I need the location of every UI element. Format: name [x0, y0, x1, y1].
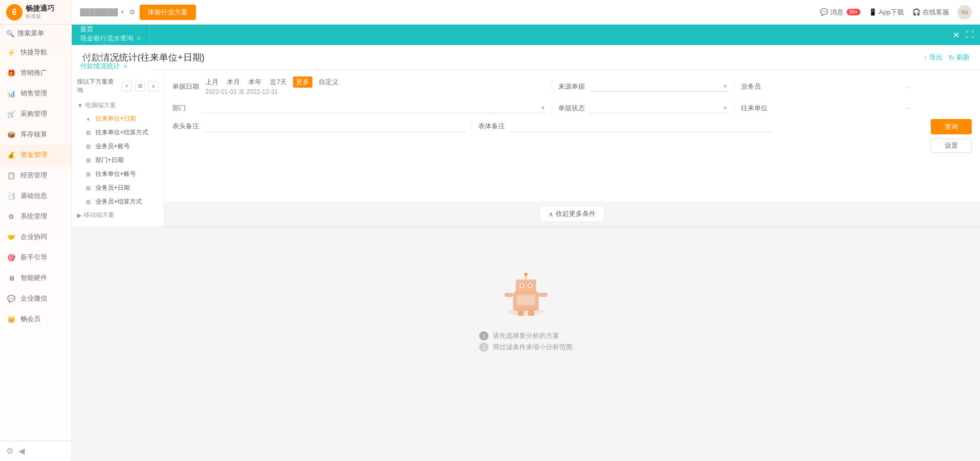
sidebar-item-member[interactable]: 👑 畅会员 [0, 309, 71, 329]
sidebar-icon-ops: 📋 [6, 170, 16, 181]
sidebar-item-marketing[interactable]: 🎁 营销推广 [0, 63, 71, 83]
filter-fields: 单据日期 上月 本月 本年 近7天 更多 自定义 [164, 70, 918, 202]
empty-steps: 1 请先选择要分析的方案 2 用过滤条件来缩小分析范围 [479, 329, 573, 354]
main-content: ████████ ▼ ⚙ 体验行业方案 💬 消息 99+ 📱 App下载 🎧 在… [72, 0, 980, 461]
step-1-text: 请先选择要分析的方案 [493, 331, 559, 340]
collapse-scheme-btn[interactable]: « [148, 81, 159, 91]
doc-status-select[interactable]: ▼ [589, 103, 728, 113]
query-btn[interactable]: 查询 [931, 119, 972, 134]
filter-row-2: 部门 ▼ 单据状态 ▼ [172, 103, 910, 114]
source-doc-select[interactable]: ▼ [589, 82, 728, 92]
tab-close-collection-stats[interactable]: ✕ [123, 45, 128, 51]
date-this-year[interactable]: 本年 [246, 76, 264, 88]
scheme-item-staff-date[interactable]: ▦ 业务员+日期 [72, 181, 164, 195]
collapse-conditions-btn[interactable]: ∧ 收起更多条件 [540, 206, 604, 222]
date-custom[interactable]: 自定义 [317, 76, 341, 88]
sidebar-icon-wechat: 💬 [6, 293, 16, 304]
body-note-input[interactable] [509, 120, 771, 132]
sidebar-item-collab[interactable]: 🤝 企业协同 [0, 227, 71, 247]
page-header: 付款情况统计(往来单位+日期) ↑ 导出 ↻ 刷新 [72, 45, 980, 70]
sidebar-item-quick-nav[interactable]: ⚡ 快捷导航 [0, 42, 71, 63]
mobile-section-label: 移动端方案 [84, 211, 114, 219]
scheme-item-staff-account[interactable]: ▦ 业务员+账号 [72, 139, 164, 153]
scheme-settings-btn[interactable]: ⚙ [135, 81, 145, 91]
sidebar-item-purchase[interactable]: 🛒 采购管理 [0, 104, 71, 124]
sidebar-label-fund: 资金管理 [21, 150, 47, 159]
sidebar-item-hardware[interactable]: 🖥 智能硬件 [0, 268, 71, 288]
scheme-item-dept-date[interactable]: ▦ 部门+日期 [72, 153, 164, 167]
sidebar-icon-sales: 📊 [6, 88, 16, 98]
tab-bar-actions: ✕ ⛶ [947, 25, 980, 45]
salesman-more-icon[interactable]: ··· [905, 83, 910, 90]
tabs-list: 首页现金银行流水查询✕收款情况统计✕新建方案✕付款情况统计✕ [72, 25, 150, 45]
trial-btn[interactable]: 体验行业方案 [140, 5, 196, 20]
date-last-month[interactable]: 上月 [203, 76, 221, 88]
settings-btn[interactable]: 设置 [931, 138, 972, 153]
header-note-input[interactable] [203, 120, 465, 132]
partner-select[interactable]: ··· [772, 103, 910, 114]
dept-col: 部门 ▼ [172, 103, 545, 113]
tab-payment-stats[interactable]: 付款情况统计✕ [72, 62, 150, 71]
collapse-icon: ∧ [548, 210, 554, 218]
app-download-btn[interactable]: 📱 App下载 [869, 8, 904, 17]
sidebar-icon-fund: 💰 [6, 150, 16, 160]
scheme-item-staff-settlement[interactable]: ▦ 业务员+结算方式 [72, 195, 164, 209]
desktop-schemes: ▼ 电脑端方案 ● 往来单位+日期 ▦ 往来单位+结算方式 ▦ 业务员+账号 ▦… [72, 99, 164, 209]
body-note-label: 表体备注 [478, 122, 505, 131]
sidebar-item-guide[interactable]: 🎯 新手引导 [0, 247, 71, 268]
close-tab-icon[interactable]: ✕ [953, 30, 959, 40]
refresh-btn[interactable]: ↻ 刷新 [949, 53, 970, 62]
sidebar-item-ops[interactable]: 📋 经营管理 [0, 165, 71, 186]
collapse-sidebar-icon[interactable]: ◀ [18, 446, 25, 456]
sidebar-item-system[interactable]: ⚙ 系统管理 [0, 206, 71, 227]
tab-new-scheme[interactable]: 新建方案✕ [72, 52, 150, 62]
tab-close-payment-stats[interactable]: ✕ [123, 63, 128, 70]
partner-more-icon[interactable]: ··· [905, 105, 910, 112]
scheme-icon-staff-account: ▦ [84, 143, 92, 151]
date-more[interactable]: 更多 [293, 76, 312, 88]
scheme-items: ● 往来单位+日期 ▦ 往来单位+结算方式 ▦ 业务员+账号 ▦ 部门+日期 ▦… [72, 112, 164, 209]
sidebar-item-sales[interactable]: 📊 销售管理 [0, 83, 71, 104]
tab-bank-flow[interactable]: 现金银行流水查询✕ [72, 34, 150, 43]
desktop-section-title[interactable]: ▼ 电脑端方案 [72, 99, 164, 112]
sidebar-label-ops: 经营管理 [21, 171, 47, 180]
empty-step-2: 2 用过滤条件来缩小分析范围 [479, 343, 573, 352]
notification-badge: 99+ [847, 9, 860, 15]
sidebar-item-inventory[interactable]: 📦 库存核算 [0, 124, 71, 145]
notification-btn[interactable]: 💬 消息 99+ [820, 8, 860, 17]
tab-close-new-scheme[interactable]: ✕ [110, 54, 114, 61]
sidebar-item-basic[interactable]: 📑 基础信息 [0, 186, 71, 206]
sidebar-bottom: ⚙ ◀ [0, 440, 71, 461]
scheme-item-partner-account[interactable]: ▦ 往来单位+账号 [72, 167, 164, 181]
tab-home[interactable]: 首页 [72, 25, 150, 34]
scheme-label-staff-date: 业务员+日期 [95, 184, 130, 192]
scheme-item-partner-date[interactable]: ● 往来单位+日期 [72, 112, 164, 126]
sidebar-logo: 6 畅捷通巧 标准版 [0, 0, 71, 25]
customer-service-btn[interactable]: 🎧 在线客服 [912, 8, 949, 17]
date-this-month[interactable]: 本月 [225, 76, 242, 88]
scheme-icon-dept-date: ▦ [84, 156, 92, 165]
export-btn[interactable]: ↑ 导出 [924, 53, 943, 62]
sidebar-item-wechat[interactable]: 💬 企业微信 [0, 288, 71, 309]
app-download-label: App下载 [879, 8, 904, 17]
settings-bottom-icon[interactable]: ⚙ [6, 446, 13, 456]
salesman-select[interactable]: ··· [771, 81, 910, 92]
sidebar-search[interactable]: 🔍 搜索菜单 [0, 25, 71, 42]
date-last-7[interactable]: 近7天 [268, 76, 289, 88]
expand-tab-icon[interactable]: ⛶ [966, 30, 974, 39]
tab-close-bank-flow[interactable]: ✕ [136, 35, 141, 42]
header-settings-icon[interactable]: ⚙ [129, 8, 135, 16]
dept-select[interactable]: ▼ [202, 103, 545, 113]
sidebar-item-fund[interactable]: 💰 资金管理 [0, 145, 71, 165]
tab-label-bank-flow: 现金银行流水查询 [80, 34, 133, 43]
sidebar: 6 畅捷通巧 标准版 🔍 搜索菜单 ⚡ 快捷导航 🎁 营销推广 📊 销售管理 🛒… [0, 0, 72, 461]
mobile-section-title[interactable]: ▶ 移动端方案 [72, 209, 164, 222]
source-doc-col: 来源单据 ▼ [558, 82, 728, 92]
add-scheme-btn[interactable]: + [122, 81, 132, 91]
tab-collection-stats[interactable]: 收款情况统计✕ [72, 43, 150, 52]
company-selector[interactable]: ████████ ▼ [80, 8, 125, 16]
dept-label: 部门 [172, 104, 198, 113]
scheme-item-partner-settlement[interactable]: ▦ 往来单位+结算方式 [72, 126, 164, 139]
user-avatar[interactable]: Rit [957, 5, 972, 19]
filter-row-3: 表头备注 表体备注 [172, 120, 910, 132]
